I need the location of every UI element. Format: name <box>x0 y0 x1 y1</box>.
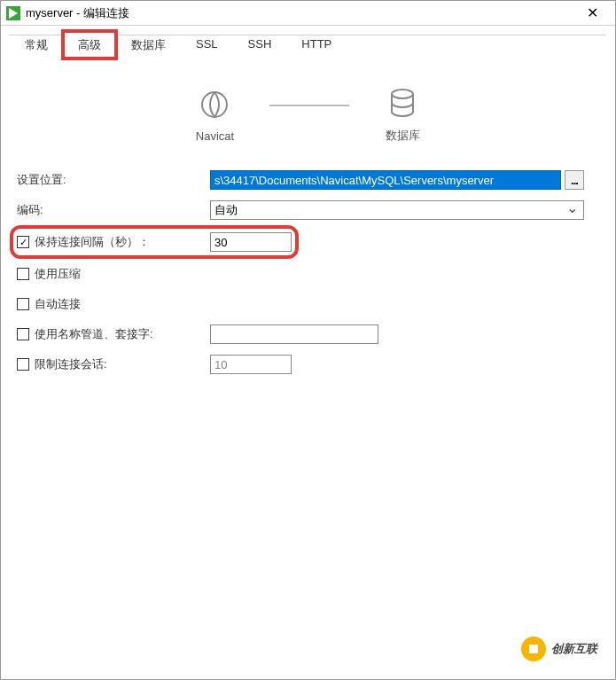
diagram-database-label: 数据库 <box>386 128 420 144</box>
svg-point-1 <box>392 90 413 98</box>
auto-connect-label: 自动连接 <box>17 296 210 312</box>
tab-bar: 常规 高级 数据库 SSL SSH HTTP <box>1 26 615 59</box>
watermark-icon <box>521 637 546 661</box>
limit-sessions-label-text: 限制连接会话: <box>35 356 107 372</box>
watermark: 创新互联 <box>521 637 597 661</box>
row-location: 设置位置: ... <box>17 168 599 191</box>
diagram-navicat-label: Navicat <box>196 129 234 143</box>
tab-content: Navicat 数据库 设置位置: ... 编码: 自动 保持连接间隔（秒）： <box>1 59 615 401</box>
row-limit-sessions: 限制连接会话: <box>17 353 599 376</box>
limit-sessions-checkbox[interactable] <box>17 358 29 371</box>
row-auto-connect: 自动连接 <box>17 293 599 316</box>
limit-sessions-input <box>210 355 292 374</box>
navicat-icon <box>197 87 232 122</box>
connection-diagram: Navicat 数据库 <box>17 76 599 144</box>
named-pipe-input[interactable] <box>210 324 378 344</box>
named-pipe-label-text: 使用名称管道、套接字: <box>35 326 153 342</box>
keep-alive-label-text: 保持连接间隔（秒）： <box>35 234 150 250</box>
close-button[interactable]: ✕ <box>574 1 610 26</box>
tab-advanced[interactable]: 高级 <box>63 31 116 59</box>
named-pipe-label: 使用名称管道、套接字: <box>17 326 210 342</box>
keep-alive-label: 保持连接间隔（秒）： <box>17 234 210 250</box>
diagram-connector <box>269 105 349 106</box>
limit-sessions-label: 限制连接会话: <box>17 356 210 372</box>
svg-point-0 <box>202 92 227 117</box>
row-named-pipe: 使用名称管道、套接字: <box>17 323 599 346</box>
encoding-label: 编码: <box>17 202 210 218</box>
row-encoding: 编码: 自动 <box>17 199 599 222</box>
app-icon <box>6 6 20 20</box>
row-compression: 使用压缩 <box>17 262 599 285</box>
compression-label: 使用压缩 <box>17 266 210 282</box>
row-keep-alive: 保持连接间隔（秒）： <box>13 229 295 255</box>
encoding-select[interactable]: 自动 <box>210 200 584 220</box>
encoding-value: 自动 <box>214 202 238 218</box>
diagram-database: 数据库 <box>385 85 420 144</box>
compression-checkbox[interactable] <box>17 268 29 280</box>
auto-connect-checkbox[interactable] <box>17 298 29 310</box>
database-icon <box>385 85 420 121</box>
location-label: 设置位置: <box>17 172 210 188</box>
named-pipe-checkbox[interactable] <box>17 328 29 340</box>
browse-button[interactable]: ... <box>565 170 584 190</box>
location-input[interactable] <box>210 170 561 190</box>
titlebar: myserver - 编辑连接 ✕ <box>1 1 615 26</box>
auto-connect-label-text: 自动连接 <box>35 296 81 312</box>
watermark-text: 创新互联 <box>551 641 597 657</box>
compression-label-text: 使用压缩 <box>35 266 81 282</box>
keep-alive-input[interactable] <box>210 232 292 252</box>
window-title: myserver - 编辑连接 <box>26 5 574 21</box>
diagram-navicat: Navicat <box>196 87 234 143</box>
keep-alive-checkbox[interactable] <box>17 236 29 248</box>
